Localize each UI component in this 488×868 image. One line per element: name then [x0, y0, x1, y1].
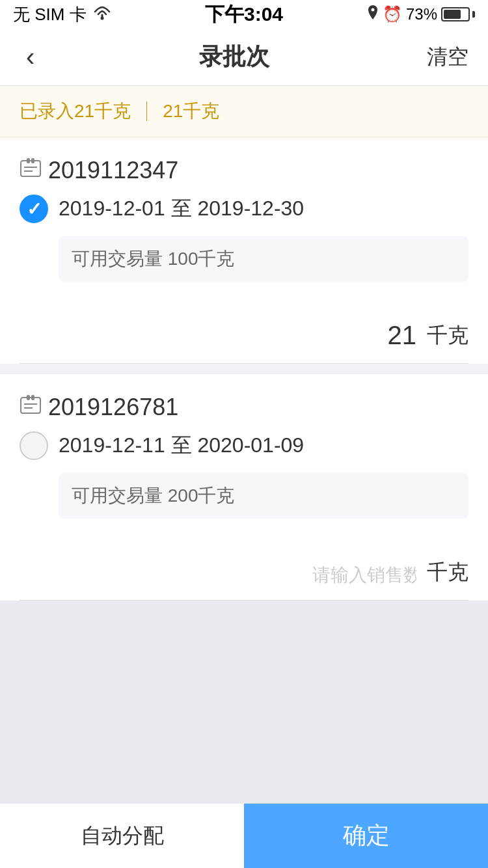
status-time: 下午3:04 [205, 1, 283, 28]
svg-rect-2 [21, 161, 40, 176]
qty-input-1[interactable] [312, 321, 416, 350]
batch-icon-2 [20, 395, 42, 420]
batch-date-2: 2019-12-11 至 2020-01-09 [59, 431, 304, 460]
available-qty-2: 可用交易量 200千克 [59, 473, 468, 519]
svg-point-1 [371, 8, 374, 12]
clear-button[interactable]: 清空 [427, 43, 468, 72]
batch-header-1: 2019112347 [20, 157, 468, 184]
qty-input-2[interactable] [312, 558, 416, 587]
nav-bar: ‹ 录批次 清空 [0, 29, 488, 86]
battery-percent: 73% [406, 5, 437, 23]
info-banner: 已录入21千克 21千克 [0, 86, 488, 137]
status-bar: 无 SIM 卡 下午3:04 ⏰ 73% [0, 0, 488, 29]
total-text: 21千克 [163, 99, 219, 124]
svg-point-0 [100, 16, 103, 20]
qty-row-2: 千克 [0, 545, 488, 600]
qty-unit-1: 千克 [427, 321, 468, 350]
page-title: 录批次 [199, 41, 269, 73]
batch-item-1: 2019112347 2019-12-01 至 2019-12-30 可用交易量… [0, 137, 488, 308]
batch-header-2: 2019126781 [20, 394, 468, 421]
recorded-text: 已录入21千克 [20, 99, 131, 124]
main-content: 已录入21千克 21千克 2019112347 2 [0, 86, 488, 868]
batch-number-2: 2019126781 [48, 394, 178, 421]
footer: 自动分配 确定 [0, 803, 488, 868]
svg-rect-7 [21, 398, 40, 413]
batch-date-1: 2019-12-01 至 2019-12-30 [59, 195, 304, 223]
batch-card-2: 2019126781 2019-12-11 至 2020-01-09 可用交易量… [0, 374, 488, 601]
location-icon [367, 5, 379, 23]
batch-item-2: 2019126781 2019-12-11 至 2020-01-09 可用交易量… [0, 374, 488, 545]
battery-icon [441, 7, 475, 21]
available-qty-1: 可用交易量 100千克 [59, 236, 468, 282]
batch-icon-1 [20, 158, 42, 183]
radio-button-2[interactable] [20, 431, 48, 460]
svg-rect-8 [27, 395, 30, 400]
svg-rect-3 [27, 158, 30, 163]
batch-number-1: 2019112347 [48, 157, 178, 184]
batch-card-1: 2019112347 2019-12-01 至 2019-12-30 可用交易量… [0, 137, 488, 364]
batch-date-row-1[interactable]: 2019-12-01 至 2019-12-30 [20, 195, 468, 223]
confirm-button[interactable]: 确定 [244, 804, 488, 868]
wifi-icon [92, 5, 113, 25]
svg-rect-9 [31, 395, 34, 400]
qty-row-1: 千克 [0, 308, 488, 363]
carrier-text: 无 SIM 卡 [13, 3, 87, 26]
batch-date-row-2[interactable]: 2019-12-11 至 2020-01-09 [20, 431, 468, 460]
back-button[interactable]: ‹ [20, 36, 41, 78]
alarm-icon: ⏰ [383, 5, 402, 23]
section-separator [0, 364, 488, 374]
banner-divider [146, 102, 147, 121]
qty-unit-2: 千克 [427, 558, 468, 587]
radio-button-1[interactable] [20, 195, 48, 223]
auto-distribute-button[interactable]: 自动分配 [0, 804, 244, 868]
status-right: ⏰ 73% [367, 5, 475, 23]
status-left: 无 SIM 卡 [13, 3, 113, 26]
svg-rect-4 [31, 158, 34, 163]
